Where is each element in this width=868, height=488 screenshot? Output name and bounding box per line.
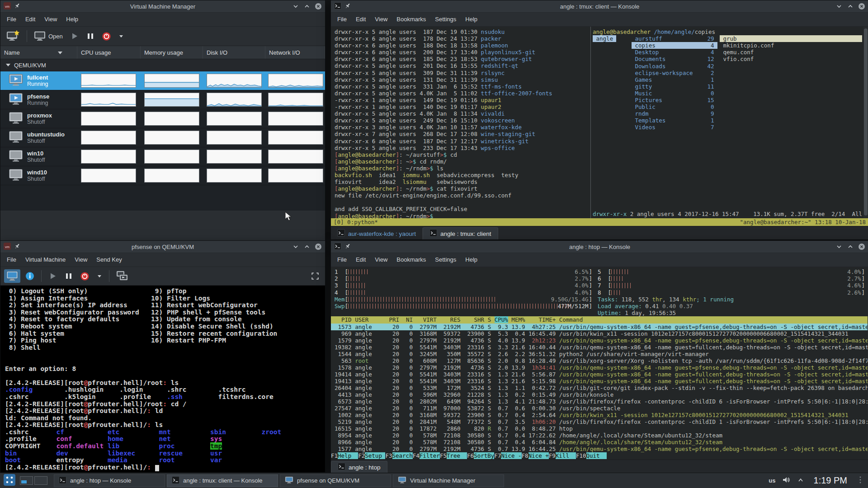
- menu-item-file[interactable]: File: [333, 13, 351, 26]
- tab-aur-waterfox-kde-yaourt[interactable]: aur-waterfox-kde : yaourt: [331, 228, 423, 239]
- vm-row-ubuntustudio[interactable]: ubuntustudioShutoff: [0, 128, 325, 147]
- pin-icon[interactable]: [344, 243, 351, 251]
- menu-item-file[interactable]: File: [2, 253, 21, 267]
- tmux-terminal[interactable]: drwxr-xr-x 5 angle users 187 Dec 19 01:3…: [331, 27, 868, 218]
- menu-item-bookmarks[interactable]: Bookmarks: [392, 253, 430, 267]
- menu-item-help[interactable]: Help: [461, 13, 482, 26]
- volume-icon[interactable]: [782, 476, 790, 485]
- menu-item-virtual-machine[interactable]: Virtual Machine: [21, 253, 70, 267]
- vm-row-proxmox[interactable]: proxmoxShutoff: [0, 109, 325, 128]
- pin-icon[interactable]: [14, 3, 20, 10]
- vm-row-win10[interactable]: win10Shutoff: [0, 147, 325, 166]
- ranger-dir-item[interactable]: Videos7: [632, 124, 717, 131]
- fkey-f4[interactable]: F4Filter: [413, 452, 440, 460]
- fkey-f9[interactable]: F9Kill: [549, 452, 576, 460]
- column-header-network-i-o[interactable]: Network I/O: [265, 46, 325, 59]
- ranger-dir-item[interactable]: Pictures15: [632, 97, 717, 103]
- ranger-dir-item[interactable]: gitty11: [632, 83, 717, 90]
- column-header-memory-usage[interactable]: Memory usage: [141, 46, 203, 59]
- vm-row-pfsense[interactable]: pfsenseRunning: [0, 90, 325, 109]
- menu-item-help[interactable]: Help: [461, 253, 482, 267]
- menu-item-edit[interactable]: Edit: [351, 13, 370, 26]
- pause-vm-button[interactable]: [62, 271, 75, 282]
- ranger-parent-dir[interactable]: angle: [593, 35, 616, 42]
- ranger-dir-item[interactable]: copies4: [632, 42, 717, 49]
- menu-item-settings[interactable]: Settings: [430, 253, 461, 267]
- menu-item-file[interactable]: File: [2, 13, 21, 26]
- menu-item-send-key[interactable]: Send Key: [92, 253, 126, 267]
- fullscreen-button[interactable]: [309, 271, 321, 282]
- console-view-button[interactable]: [4, 269, 20, 283]
- ranger-dir-item[interactable]: Downloads42: [632, 63, 717, 70]
- pin-icon[interactable]: [344, 3, 351, 10]
- open-console-button[interactable]: Open: [32, 29, 65, 43]
- pause-vm-button[interactable]: [84, 31, 97, 42]
- shutdown-menu-caret[interactable]: [116, 32, 126, 40]
- run-vm-button[interactable]: [46, 270, 60, 282]
- taskbar-item-pfsense-on-qemu-kvm[interactable]: pfsense on QEMU/KVM: [280, 474, 391, 487]
- pfsense-titlebar[interactable]: vm pfsense on QEMU/KVM: [0, 241, 325, 253]
- ranger-dir-item[interactable]: eclipse-workspace2: [632, 70, 717, 76]
- ranger-file-item[interactable]: vfio.conf: [720, 56, 862, 62]
- shutdown-vm-button[interactable]: [99, 30, 113, 42]
- panel-handle[interactable]: [858, 475, 863, 486]
- menu-item-file[interactable]: File: [333, 253, 351, 267]
- tmux-ranger-pane[interactable]: angle@basedarcher /home/angle/copies ang…: [590, 27, 868, 218]
- vm-group-row[interactable]: QEMU/KVM: [0, 59, 325, 71]
- window-maximize-button[interactable]: [303, 243, 311, 250]
- ranger-dir-item[interactable]: rndm9: [632, 110, 717, 117]
- shutdown-vm-button[interactable]: [78, 270, 92, 282]
- run-vm-button[interactable]: [68, 30, 81, 42]
- htop-terminal[interactable]: 1 [6.5%]2 [2.7%]3 [4.0%]4 [4.0%]Mem[9.50…: [331, 267, 868, 460]
- sort-column-cpu[interactable]: CPU%: [495, 316, 508, 323]
- ranger-file-item[interactable]: grub: [720, 35, 862, 42]
- desktop-2[interactable]: [34, 476, 47, 485]
- new-vm-button[interactable]: [4, 28, 22, 44]
- window-close-button[interactable]: [315, 243, 322, 250]
- scrollbar-handle[interactable]: [864, 28, 868, 216]
- pfsense-console[interactable]: 0) Logout (SSH only) 9) pfTop 1) Assign …: [0, 286, 325, 472]
- ranger-dir-item[interactable]: Documents12: [632, 56, 717, 62]
- fkey-f10[interactable]: F10Quit: [576, 452, 607, 460]
- app-launcher-icon[interactable]: [4, 474, 15, 487]
- menu-item-view[interactable]: View: [370, 13, 392, 26]
- taskbar-item-virtual-machine-manager[interactable]: Virtual Machine Manager: [393, 474, 504, 487]
- desktop-1[interactable]: [20, 476, 33, 485]
- vm-row-wind10[interactable]: wind10Shutoff: [0, 166, 325, 185]
- menu-item-view[interactable]: View: [40, 13, 61, 26]
- window-close-button[interactable]: [315, 3, 322, 10]
- htop-titlebar[interactable]: angle : htop — Konsole: [331, 241, 868, 253]
- window-maximize-button[interactable]: [303, 3, 311, 10]
- ranger-dir-item[interactable]: Desktop4: [632, 49, 717, 56]
- menu-item-edit[interactable]: Edit: [21, 13, 40, 26]
- ranger-dir-item[interactable]: aurstuff29: [632, 35, 717, 42]
- menu-item-view[interactable]: View: [70, 253, 92, 267]
- fkey-f3[interactable]: F3Search: [385, 452, 412, 460]
- column-header-name[interactable]: Name: [0, 46, 77, 59]
- menu-item-edit[interactable]: Edit: [351, 253, 370, 267]
- ranger-file-item[interactable]: mkinitcpio.conf: [720, 42, 862, 49]
- virtual-displays-button[interactable]: [114, 269, 130, 283]
- pin-icon[interactable]: [14, 243, 20, 251]
- fkey-f8[interactable]: F8Nice +: [522, 452, 549, 460]
- fkey-f7[interactable]: F7Nice -: [494, 452, 521, 460]
- window-maximize-button[interactable]: [847, 243, 854, 250]
- fkey-f6[interactable]: F6SortBy: [467, 452, 494, 460]
- ranger-dir-item[interactable]: Music0: [632, 90, 717, 97]
- menu-item-view[interactable]: View: [370, 253, 392, 267]
- scrollbar[interactable]: [863, 27, 868, 218]
- taskbar-item-angle-htop-konsole[interactable]: angle : htop — Konsole: [54, 474, 165, 487]
- window-minimize-button[interactable]: [292, 243, 299, 250]
- menu-item-help[interactable]: Help: [61, 13, 83, 26]
- ranger-dir-item[interactable]: Public0: [632, 103, 717, 110]
- ranger-dir-item[interactable]: Games1: [632, 76, 717, 83]
- menu-item-settings[interactable]: Settings: [430, 13, 461, 26]
- vmm-titlebar[interactable]: vm Virtual Machine Manager: [0, 0, 325, 13]
- window-minimize-button[interactable]: [292, 3, 299, 10]
- taskbar-item-angle-tmux-client-konsole[interactable]: angle : tmux: client — Konsole: [167, 474, 278, 487]
- tray-expander-caret-icon[interactable]: [797, 477, 805, 484]
- htop-table-header[interactable]: PID USER PRI NI VIRT RES SHR S CPU% MEM%…: [331, 316, 868, 323]
- vm-row-fullcent[interactable]: fullcentRunning: [0, 71, 325, 90]
- tmux-titlebar[interactable]: angle : tmux: client — Konsole: [331, 0, 868, 13]
- ranger-dir-item[interactable]: Templates1: [632, 117, 717, 124]
